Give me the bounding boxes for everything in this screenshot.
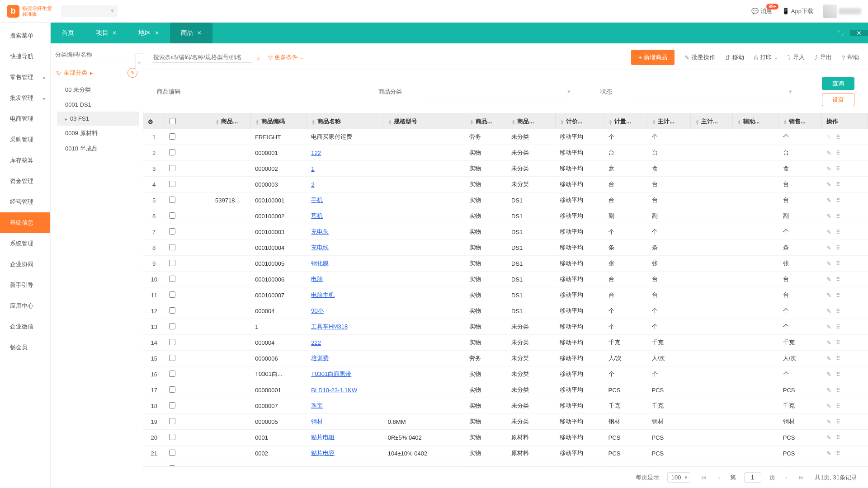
select-all-checkbox[interactable] (170, 118, 176, 124)
product-name-link[interactable]: 电脑 (311, 276, 323, 282)
column-header[interactable]: ▲▼销售... (778, 114, 822, 129)
row-checkbox[interactable] (169, 402, 175, 408)
close-icon[interactable]: ✕ (197, 30, 202, 36)
refresh-icon[interactable]: ↻ (56, 70, 61, 76)
close-all-tabs-button[interactable] (850, 30, 868, 36)
edit-icon[interactable]: ✎ (826, 276, 831, 283)
table-row[interactable]: 190000005钢材0.8MM实物未分类移动平均钢材钢材钢材✎⠿ (143, 414, 868, 430)
sidebar-item[interactable]: 采购管理 (0, 129, 50, 150)
category-node[interactable]: 0001 DS1 (57, 98, 139, 112)
edit-icon[interactable]: ✎ (826, 355, 831, 362)
table-row[interactable]: 10000100006电脑实物DS1移动平均台台台✎⠿ (143, 272, 868, 287)
edit-icon[interactable]: ✎ (826, 165, 831, 172)
table-row[interactable]: 131工具车HM318实物未分类移动平均个个个✎⠿ (143, 319, 868, 335)
product-search-input[interactable] (152, 52, 252, 63)
edit-icon[interactable]: ✎ (826, 229, 831, 235)
edit-icon[interactable]: ✎ (826, 213, 831, 220)
col-checkbox[interactable] (165, 114, 186, 129)
category-search-input[interactable] (55, 51, 134, 58)
column-header[interactable]: ▲▼计价... (555, 114, 604, 129)
more-icon[interactable]: ⠿ (836, 181, 840, 188)
edit-icon[interactable]: ✎ (826, 292, 831, 299)
sidebar-item[interactable]: 畅会员 (0, 337, 50, 358)
product-name-link[interactable]: BLD10-23-1.1KW (311, 387, 357, 394)
settings-button[interactable]: 设置 (822, 94, 854, 106)
more-icon[interactable]: ⠿ (836, 276, 840, 283)
more-icon[interactable]: ⠿ (836, 229, 840, 235)
filter-status-select[interactable] (630, 86, 795, 97)
product-name-link[interactable]: 手机 (311, 197, 323, 203)
prev-page-button[interactable]: ‹ (716, 474, 722, 481)
column-header[interactable]: ▲▼商品... (211, 114, 250, 129)
more-filters-toggle[interactable]: ▽ 更多条件 ⌄ (268, 53, 303, 61)
table-row[interactable]: 5539718...000100001手机实物DS1移动平均台台台✎⠿ (143, 192, 868, 208)
row-checkbox[interactable] (169, 244, 175, 250)
sidebar-item[interactable]: 库存核算 (0, 150, 50, 171)
column-header[interactable]: ▲▼商品... (465, 114, 507, 129)
table-row[interactable]: 1FREIGHT电商买家付运费劳务未分类移动平均个个个✎⠿ (143, 129, 868, 145)
row-checkbox[interactable] (169, 165, 175, 171)
close-icon[interactable]: ✕ (155, 30, 159, 36)
edit-icon[interactable]: ✎ (826, 434, 831, 441)
column-header[interactable]: ▲▼计量... (604, 114, 647, 129)
column-header[interactable]: 操作 (822, 114, 868, 129)
more-icon[interactable]: ⠿ (836, 165, 840, 172)
table-row[interactable]: 8000100004充电线实物DS1移动平均条条条✎⠿ (143, 240, 868, 256)
more-icon[interactable]: ⠿ (836, 324, 840, 330)
category-node[interactable]: 0010 半成品 (57, 141, 139, 156)
messages-link[interactable]: 💬 消息 99+ (751, 7, 772, 15)
row-checkbox[interactable] (169, 212, 175, 219)
table-row[interactable]: 20000001122实物未分类移动平均台台台✎⠿ (143, 145, 868, 161)
table-row[interactable]: 1200000490小实物DS1移动平均个个个✎⠿ (143, 303, 868, 319)
app-download-link[interactable]: 📱 App下载 (782, 7, 813, 15)
sidebar-item[interactable]: 经营管理 (0, 192, 50, 212)
more-icon[interactable]: ⠿ (836, 308, 840, 314)
row-checkbox[interactable] (169, 434, 175, 440)
product-name-link[interactable]: 2 (311, 181, 314, 188)
category-node[interactable]: 00 未分类 (57, 82, 139, 98)
edit-icon[interactable]: ✎ (826, 260, 831, 267)
sidebar-item[interactable]: 基础信息 (0, 212, 50, 233)
more-icon[interactable]: ⠿ (836, 244, 840, 251)
category-node[interactable]: 0009 原材料 (57, 126, 139, 141)
table-row[interactable]: 200001贴片电阻0R±5% 0402实物原材料移动平均PCSPCSPCS✎⠿ (143, 430, 868, 446)
fullscreen-button[interactable] (832, 30, 850, 36)
toolbar-action[interactable]: ⤴导出 (815, 53, 832, 61)
tab[interactable]: 商品✕ (170, 23, 212, 43)
product-table-wrap[interactable]: ⚙▲▼商品...▲▼商品编码▲▼商品名称▲▼规格型号▲▼商品...▲▼商品...… (143, 113, 868, 466)
edit-icon[interactable]: ✎ (826, 387, 831, 394)
sidebar-item[interactable]: 资金管理 (0, 171, 50, 192)
row-checkbox[interactable] (169, 386, 175, 393)
collapse-panel-button[interactable]: « (135, 53, 143, 71)
table-row[interactable]: 22ST00001ST1.6*12A0实物ST移动平均支支支✎⠿ (143, 461, 868, 467)
product-name-link[interactable]: 培训费 (311, 355, 329, 361)
more-icon[interactable]: ⠿ (836, 260, 840, 267)
row-checkbox[interactable] (169, 323, 175, 329)
table-row[interactable]: 14000004222实物未分类移动平均千克千克千克✎⠿ (143, 335, 868, 351)
toolbar-action[interactable]: ✎批量操作 (684, 53, 715, 61)
tab[interactable]: 项目✕ (85, 23, 127, 43)
table-row[interactable]: 7000100003充电头实物DS1移动平均个个个✎⠿ (143, 224, 868, 240)
sidebar-item[interactable]: 应用中心 (0, 296, 50, 316)
table-row[interactable]: 300000021实物未分类移动平均盒盒盒✎⠿ (143, 161, 868, 177)
row-checkbox[interactable] (169, 371, 175, 377)
more-icon[interactable]: ⠿ (836, 434, 840, 441)
table-row[interactable]: 1700000001BLD10-23-1.1KW实物未分类移动平均PCSPCSP… (143, 382, 868, 398)
more-icon[interactable]: ⠿ (836, 403, 840, 409)
edit-icon[interactable]: ✎ (826, 244, 831, 251)
tab[interactable]: 首页 (51, 23, 85, 43)
product-name-link[interactable]: 贴片电阻 (311, 434, 335, 441)
product-name-link[interactable]: 珠宝 (311, 402, 323, 409)
more-icon[interactable]: ⠿ (836, 339, 840, 346)
close-icon[interactable]: ✕ (112, 30, 117, 36)
row-checkbox[interactable] (169, 181, 175, 187)
search-icon[interactable]: ⌕ (256, 54, 260, 61)
category-root[interactable]: 全部分类 (64, 69, 87, 77)
table-row[interactable]: 150000006培训费劳务未分类移动平均人/次人/次人/次✎⠿ (143, 351, 868, 366)
sidebar-item[interactable]: 搜索菜单 (0, 25, 50, 46)
row-checkbox[interactable] (169, 450, 175, 456)
page-input[interactable] (744, 472, 761, 483)
column-header[interactable]: ▲▼主计... (647, 114, 691, 129)
table-row[interactable]: 6000100002耳机实物DS1移动平均副副副✎⠿ (143, 208, 868, 224)
filter-code-input[interactable] (198, 92, 351, 92)
